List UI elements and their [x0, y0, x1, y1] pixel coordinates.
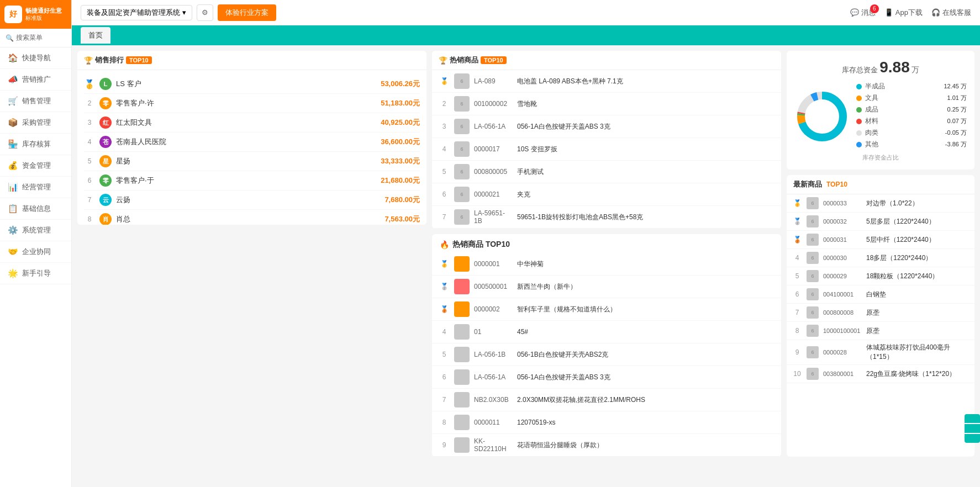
product-thumbnail: 6	[454, 187, 470, 202]
list-item: 🥈 6 0000032 5层多层（1220*2440）	[787, 213, 974, 231]
rank-badge: 肖	[99, 213, 112, 225]
message-badge: 6	[870, 4, 879, 13]
message-icon: 💬	[850, 8, 859, 17]
sidebar-item-guide[interactable]: 🌟 新手引导	[0, 263, 71, 284]
top10-badge: TOP10	[126, 56, 152, 64]
sidebar-logo: 好 畅捷通好生意 标准版	[0, 0, 71, 29]
product-icon: 6	[807, 346, 819, 358]
product-icon: 6	[807, 252, 819, 264]
list-item: 9 KK-SD22110H 花语萌恒温分腿睡袋（厚款）	[432, 434, 781, 457]
sidebar-item-collab[interactable]: 🤝 企业协同	[0, 241, 71, 263]
list-item: 2 6 001000002 雪地靴	[432, 93, 781, 115]
list-item: 6 6 004100001 白钢垫	[787, 285, 974, 304]
product-thumbnail	[454, 324, 470, 340]
legend-dot	[856, 107, 862, 113]
phone-icon: 📱	[884, 8, 893, 17]
sidebar-item-marketing[interactable]: 📣 营销推广	[0, 69, 71, 91]
float-customer-service[interactable]: 客服热线	[965, 414, 980, 423]
product-thumbnail: 6	[454, 164, 470, 179]
system-icon: ⚙️	[8, 225, 18, 235]
rank-badge: 苍	[99, 136, 112, 148]
list-item: 🥇 6 LA-089 电池盖 LA-089 ABS本色+黑种 7.1克	[432, 70, 781, 93]
left-column: 🏆 销售排行 TOP10 🥇 L LS 客户 53,006.26元	[77, 51, 426, 457]
product-thumbnail	[454, 437, 470, 453]
product-thumbnail: 6	[454, 73, 470, 89]
sidebar-item-finance[interactable]: 💰 资金管理	[0, 155, 71, 177]
legend-item: 材料 0.07 万	[856, 117, 967, 126]
legend-item: 其他 -3.86 万	[856, 140, 967, 149]
product-thumbnail	[454, 392, 470, 407]
hot-products-right-card: 🏆 热销商品 TOP10 🥇 6 LA-089 电池盖 LA-089 ABS本色…	[432, 51, 781, 229]
product-icon: 6	[807, 288, 819, 300]
online-service-button[interactable]: 🎧 在线客服	[931, 8, 971, 18]
inventory-icon: 🏪	[8, 139, 18, 149]
new-products-card: 最新商品 TOP10 🥇 6 0000033 对边带（1.0*22） 🥈 6 0	[787, 175, 974, 457]
hot-products-title: 🔥 热销商品 TOP10	[432, 234, 781, 253]
table-row: 4 苍 苍南县人民医院 36,600.00元	[84, 133, 420, 152]
sidebar-item-basic-info[interactable]: 📋 基础信息	[0, 198, 71, 220]
search-icon: 🔍	[6, 34, 14, 42]
logo-icon: 好	[4, 6, 22, 23]
product-thumbnail: 6	[454, 119, 470, 134]
table-row: 2 零 零售客户·许 51,183.00元	[84, 94, 420, 113]
legend-dot	[856, 119, 862, 124]
list-item: 9 6 0000028 体城荔枝味苏打饮品400毫升（1*15）	[787, 340, 974, 365]
home-icon: 🏠	[8, 53, 18, 63]
list-item: 7 NB2.0X30B 2.0X30MM双搓花轴,搓花直径2.1MM/ROHS	[432, 389, 781, 411]
topbar: 装备及固定资产辅助管理系统 ▾ ⚙ 体验行业方案 💬 消息 6 📱 App下载 …	[72, 0, 980, 25]
product-thumbnail	[454, 279, 470, 294]
list-item: 🥇 0000001 中华神菊	[432, 253, 781, 276]
list-item: 4 6 0000017 10S 变扭罗扳	[432, 138, 781, 161]
right-column: 库存总资金 9.88 万	[787, 51, 974, 457]
product-icon: 6	[807, 325, 819, 337]
topbar-left: 装备及固定资产辅助管理系统 ▾ ⚙ 体验行业方案	[81, 4, 276, 21]
basic-info-icon: 📋	[8, 204, 18, 214]
content-area: 🏆 销售排行 TOP10 🥇 L LS 客户 53,006.26元	[72, 45, 980, 487]
product-icon: 6	[807, 306, 819, 319]
hot-products-right-header: 🏆 热销商品 TOP10	[432, 51, 781, 70]
messages-button[interactable]: 💬 消息 6	[850, 8, 876, 18]
purchase-icon: 📦	[8, 118, 18, 128]
customer-rankings-card: 🏆 销售排行 TOP10 🥇 L LS 客户 53,006.26元	[77, 51, 426, 225]
sidebar-item-system[interactable]: ⚙️ 系统管理	[0, 220, 71, 241]
list-item: 10 6 003800001 22g鱼豆腐·烧烤味（1*12*20）	[787, 365, 974, 383]
legend-dot	[856, 84, 862, 89]
settings-button[interactable]: ⚙	[197, 4, 213, 21]
sidebar-item-purchase[interactable]: 📦 采购管理	[0, 112, 71, 134]
system-selector[interactable]: 装备及固定资产辅助管理系统 ▾	[81, 5, 192, 20]
trophy-icon: 🏆	[84, 56, 93, 65]
table-row: 7 云 云扬 7,680.00元	[84, 190, 420, 210]
app-download-button[interactable]: 📱 App下载	[884, 8, 923, 18]
inventory-legend: 半成品 12.45 万 文具 1.01 万 成品 0.25 万	[856, 82, 967, 151]
float-live-stream[interactable]: 直播	[965, 434, 980, 443]
hot-products-list: 🥇 0000001 中华神菊 🥈 000500001 新西兰牛肉（新牛） 🥉	[432, 253, 781, 457]
sidebar-item-inventory[interactable]: 🏪 库存核算	[0, 134, 71, 155]
rankings-table: 🥇 L LS 客户 53,006.26元 2 零 零售客户·许 51,183.0…	[77, 70, 426, 225]
sidebar-item-operations[interactable]: 📊 经营管理	[0, 177, 71, 198]
legend-item: 肉类 -0.05 万	[856, 128, 967, 137]
trial-button[interactable]: 体验行业方案	[218, 4, 276, 21]
product-icon: 6	[807, 197, 819, 209]
mid-column: 🏆 热销商品 TOP10 🥇 6 LA-089 电池盖 LA-089 ABS本色…	[432, 51, 781, 457]
float-service-community[interactable]: 服务社区	[965, 424, 980, 433]
rank-badge: 云	[99, 194, 112, 206]
table-row: 5 星 星扬 33,333.00元	[84, 152, 420, 171]
new-products-header: 最新商品 TOP10	[787, 175, 974, 194]
medal-icon: 🥇	[84, 79, 95, 89]
sidebar-search[interactable]: 🔍 搜索菜单	[0, 29, 71, 47]
hot-products-right-list: 🥇 6 LA-089 电池盖 LA-089 ABS本色+黑种 7.1克 2 6 …	[432, 70, 781, 229]
sidebar-item-sales[interactable]: 🛒 销售管理	[0, 91, 71, 112]
rank-badge: 零	[99, 174, 112, 187]
list-item: 🥉 0000002 智利车子里（规格不知道填什么）	[432, 298, 781, 321]
product-thumbnail: 6	[454, 96, 470, 112]
product-icon: 6	[807, 270, 819, 282]
product-icon: 6	[807, 215, 819, 227]
table-row: 6 零 零售客户·于 21,680.00元	[84, 171, 420, 190]
list-item: 3 6 LA-056-1A 056-1A白色按键开关盖ABS 3克	[432, 115, 781, 138]
product-thumbnail	[454, 256, 470, 272]
sidebar-item-quick-nav[interactable]: 🏠 快捷导航	[0, 47, 71, 69]
customer-rankings-list: 🥇 L LS 客户 53,006.26元 2 零 零售客户·许 51,183.0…	[77, 70, 426, 225]
tab-home[interactable]: 首页	[81, 27, 110, 44]
list-item: 4 01 45#	[432, 321, 781, 343]
table-row: 3 红 红太阳文具 40,925.00元	[84, 113, 420, 133]
